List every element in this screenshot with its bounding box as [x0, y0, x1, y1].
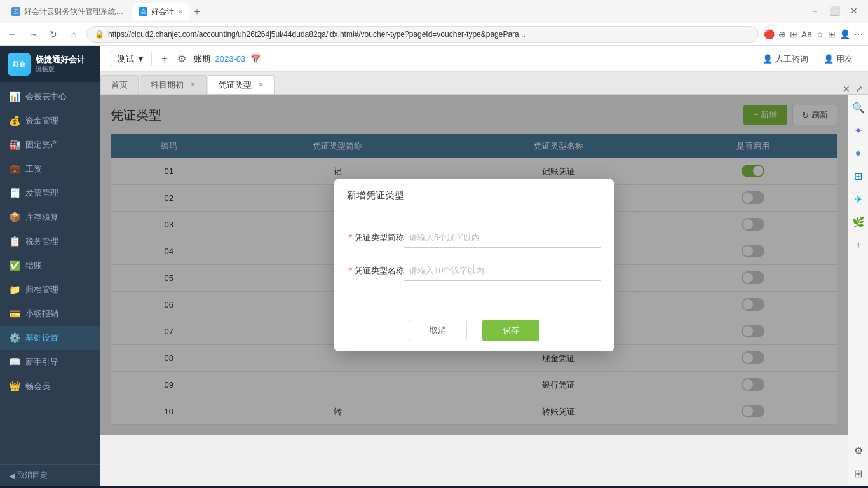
sidebar-item-inventory[interactable]: 📦 库存核算	[0, 205, 100, 229]
star-icon[interactable]: ☆	[816, 29, 824, 39]
member-icon: 👑	[9, 381, 20, 392]
fund-icon: 💰	[9, 115, 20, 126]
voucher-abbr-input[interactable]	[404, 227, 601, 248]
right-gear-icon[interactable]: ⚙	[851, 443, 866, 458]
voucher-name-input[interactable]	[404, 261, 601, 281]
sidebar-item-label-archive: 归档管理	[25, 284, 58, 295]
extensions-icon[interactable]: 🔴	[764, 29, 775, 39]
new-voucher-type-modal: 新增凭证类型 * 凭证类型简称	[334, 179, 614, 351]
reading-icon[interactable]: Aa	[801, 29, 812, 39]
tab-label-2: 好会计	[151, 6, 174, 17]
sidebar-item-label-checkout: 结账	[25, 260, 42, 271]
modal-overlay: 新增凭证类型 * 凭证类型简称	[100, 95, 848, 435]
checkout-icon: ✅	[9, 260, 20, 271]
sidebar-navigation: 📊 会被表中心 💰 资金管理 🏭 固定资产 💼 工资 🧾 发票管理 📦	[0, 82, 100, 464]
right-arrow-icon[interactable]: ✈	[851, 191, 866, 207]
sidebar-item-settings[interactable]: ⚙️ 基础设置	[0, 326, 100, 350]
sidebar-item-invoice[interactable]: 🧾 发票管理	[0, 181, 100, 205]
guide-icon: 📖	[9, 356, 20, 368]
page-tabbar: 首页 科目期初 ✕ 凭证类型 ✕ ✕ ⤢	[100, 72, 868, 95]
settings-gear-icon[interactable]: ⚙	[177, 53, 186, 65]
form-label-name: * 凭证类型名称	[347, 265, 404, 276]
tab-subject[interactable]: 科目期初 ✕	[140, 75, 207, 94]
fixed-icon: 🏭	[9, 139, 20, 151]
consult-button[interactable]: 👤 人工咨询	[757, 51, 813, 67]
sidebar-logo: 好会	[8, 53, 31, 76]
address-bar[interactable]: 🔒 https://cloud2.chanjet.com/accounting/…	[86, 26, 759, 43]
sidebar-item-fund[interactable]: 💰 资金管理	[0, 109, 100, 133]
right-outlook-icon[interactable]: ⊞	[851, 168, 866, 184]
split-view-icon[interactable]: ⊞	[790, 29, 797, 39]
puzzle-icon[interactable]: ⊞	[828, 29, 836, 39]
tab-subject-label: 科目期初	[151, 79, 184, 91]
sidebar-item-label-dashboard: 会被表中心	[25, 91, 67, 102]
modal-title: 新增凭证类型	[347, 189, 404, 200]
form-row-name: * 凭证类型名称	[347, 261, 601, 281]
more-button[interactable]: ⋯	[854, 29, 863, 39]
maximize-button[interactable]: ⬜	[829, 6, 840, 17]
refresh-button[interactable]: ↻	[46, 29, 61, 39]
tab-voucher-type[interactable]: 凭证类型 ✕	[208, 75, 275, 94]
right-circle-icon[interactable]: ●	[851, 146, 866, 161]
tab-close-2[interactable]: ✕	[178, 8, 183, 15]
sidebar-item-archive[interactable]: 📁 归档管理	[0, 278, 100, 302]
new-tab-button[interactable]: ＋	[192, 5, 202, 18]
back-button[interactable]: ←	[5, 29, 20, 39]
main-content: 测试 ▼ ＋ ⚙ 账期 2023-03 📅 👤 人工咨询 👤 用友	[100, 46, 868, 486]
form-label-abbr: * 凭证类型简称	[347, 232, 404, 243]
right-grid-icon[interactable]: ⊞	[851, 466, 866, 481]
modal-cancel-button[interactable]: 取消	[409, 320, 467, 341]
tab-voucher-type-close[interactable]: ✕	[258, 81, 264, 89]
right-search-icon[interactable]: 🔍	[851, 100, 866, 115]
sidebar-item-salary[interactable]: 💼 工资	[0, 157, 100, 181]
tab-home[interactable]: 首页	[100, 75, 139, 94]
app-container: 好会 畅捷通好会计 流畅版 📊 会被表中心 💰 资金管理 🏭 固定资产 💼 工资	[0, 46, 868, 486]
sidebar-item-label-inventory: 库存核算	[25, 212, 58, 223]
user-button[interactable]: 👤 用友	[818, 51, 858, 67]
bookmark-icon[interactable]: ⊕	[778, 29, 786, 39]
unpin-icon: ◀	[9, 471, 15, 480]
minimize-button[interactable]: －	[810, 6, 819, 17]
browser-tab-2[interactable]: 会 好会计 ✕	[132, 3, 189, 20]
workspace-selector[interactable]: 测试 ▼	[111, 51, 152, 67]
sidebar-item-member[interactable]: 👑 畅会员	[0, 374, 100, 398]
sidebar-item-guide[interactable]: 📖 新手引导	[0, 350, 100, 374]
sidebar: 好会 畅捷通好会计 流畅版 📊 会被表中心 💰 资金管理 🏭 固定资产 💼 工资	[0, 46, 100, 486]
tab-subject-close[interactable]: ✕	[190, 81, 196, 89]
forward-button[interactable]: →	[25, 29, 41, 39]
sidebar-item-label-invoice: 发票管理	[25, 187, 58, 199]
sidebar-item-label-guide: 新手引导	[25, 356, 58, 368]
modal-save-button[interactable]: 保存	[482, 320, 539, 341]
expense-icon: 💳	[9, 308, 20, 320]
unpin-button[interactable]: ◀ 取消固定	[9, 470, 92, 481]
user-label: 用友	[836, 53, 853, 65]
user-avatar-icon: 👤	[824, 54, 834, 64]
close-button[interactable]: ✕	[850, 6, 858, 17]
settings-icon: ⚙️	[9, 332, 20, 344]
sidebar-item-label-fixed: 固定资产	[25, 139, 58, 151]
right-add-icon[interactable]: ＋	[851, 237, 866, 252]
consult-label: 人工咨询	[775, 53, 808, 65]
sidebar-item-fixed[interactable]: 🏭 固定资产	[0, 133, 100, 157]
tab-close-icon[interactable]: ✕	[843, 84, 850, 94]
modal-header: 新增凭证类型	[334, 179, 614, 212]
content-wrapper: 凭证类型 + 新增 ↻ 刷新 编码	[100, 95, 868, 486]
home-button[interactable]: ⌂	[66, 29, 81, 39]
right-ai-icon[interactable]: ✦	[851, 123, 866, 138]
salary-icon: 💼	[9, 163, 20, 175]
sidebar-item-checkout[interactable]: ✅ 结账	[0, 254, 100, 278]
archive-icon: 📁	[9, 284, 20, 295]
sidebar-footer: ◀ 取消固定	[0, 464, 100, 486]
sidebar-item-label-fund: 资金管理	[25, 115, 58, 126]
sidebar-item-expense[interactable]: 💳 小畅报销	[0, 302, 100, 326]
period-calendar-icon[interactable]: 📅	[250, 54, 261, 64]
profile-icon[interactable]: 👤	[839, 29, 850, 39]
add-workspace-icon[interactable]: ＋	[159, 52, 170, 65]
browser-tab-1[interactable]: 云 好会计云财务软件管理系统_会计	[5, 3, 132, 20]
sidebar-item-label-settings: 基础设置	[25, 332, 58, 344]
tab-expand-icon[interactable]: ⤢	[855, 84, 863, 94]
required-star-abbr: *	[349, 233, 352, 242]
sidebar-item-tax[interactable]: 📋 税务管理	[0, 229, 100, 254]
right-leaf-icon[interactable]: 🌿	[851, 214, 866, 229]
sidebar-item-dashboard[interactable]: 📊 会被表中心	[0, 85, 100, 109]
